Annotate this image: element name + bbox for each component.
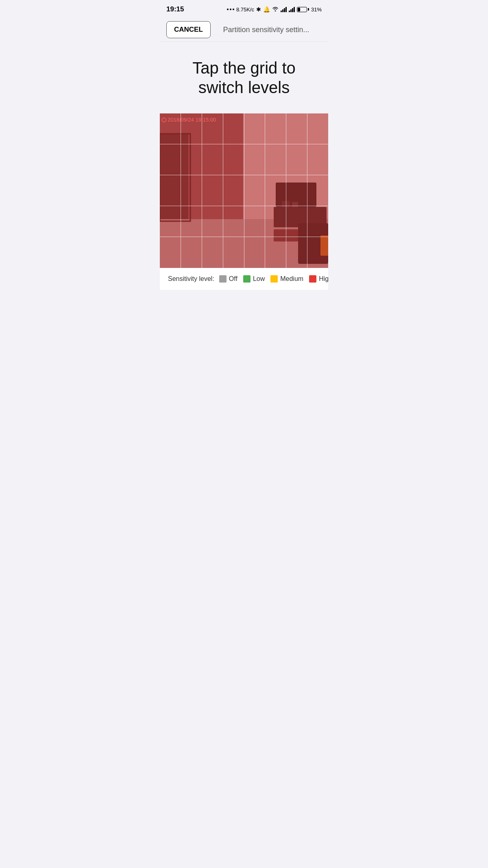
grid-cell[interactable] — [181, 237, 202, 268]
grid-cell[interactable] — [286, 113, 307, 144]
grid-cell[interactable] — [202, 206, 223, 237]
status-bar: 19:15 8.75K/c ✱ 🔔 — [160, 0, 328, 18]
grid-cell[interactable] — [265, 237, 286, 268]
legend-bar: Sensitivity level: Off Low Medium High — [160, 268, 328, 290]
grid-cell[interactable] — [181, 175, 202, 206]
instruction-text: Tap the grid to switch levels — [160, 42, 328, 113]
grid-cell[interactable] — [244, 113, 266, 144]
status-time: 19:15 — [166, 5, 184, 13]
grid-cell[interactable] — [223, 237, 244, 268]
bottom-space — [160, 290, 328, 412]
grid-cell[interactable] — [286, 237, 307, 268]
clock-icon: ◯ — [161, 117, 166, 122]
status-right: 8.75K/c ✱ 🔔 — [227, 6, 322, 13]
grid-cell[interactable] — [160, 237, 181, 268]
grid-cell[interactable] — [307, 144, 328, 175]
grid-cell[interactable] — [202, 175, 223, 206]
camera-timestamp: ◯ 2018/09/24 19:15:00 — [161, 117, 216, 123]
battery-percent: 31% — [311, 7, 322, 13]
grid-cell[interactable] — [223, 113, 244, 144]
grid-row — [160, 237, 328, 268]
wifi-icon — [272, 6, 279, 13]
grid-cell[interactable] — [286, 144, 307, 175]
grid-cell[interactable] — [265, 206, 286, 237]
network-dots — [227, 9, 234, 10]
grid-cell[interactable] — [181, 206, 202, 237]
grid-cell[interactable] — [244, 237, 266, 268]
grid-cell[interactable] — [286, 175, 307, 206]
grid-cell[interactable] — [265, 175, 286, 206]
grid-cell[interactable] — [244, 175, 266, 206]
grid-cell[interactable] — [181, 144, 202, 175]
high-label: High — [319, 275, 328, 283]
grid-cell[interactable] — [265, 113, 286, 144]
grid-row — [160, 175, 328, 206]
grid-cell[interactable] — [244, 206, 266, 237]
grid-cell[interactable] — [223, 206, 244, 237]
cancel-button[interactable]: CANCEL — [166, 21, 211, 38]
off-label: Off — [229, 275, 237, 283]
grid-cell[interactable] — [307, 237, 328, 268]
main-content: Tap the grid to switch levels — [160, 42, 328, 412]
high-color-box — [309, 275, 316, 283]
medium-color-box — [270, 275, 278, 283]
grid-row — [160, 144, 328, 175]
notification-icon: 🔔 — [263, 6, 270, 13]
legend-medium: Medium — [270, 275, 303, 283]
legend-low: Low — [243, 275, 265, 283]
legend-label: Sensitivity level: — [168, 275, 214, 283]
medium-label: Medium — [280, 275, 303, 283]
off-color-box — [219, 275, 227, 283]
grid-cell[interactable] — [202, 237, 223, 268]
camera-container: ◯ 2018/09/24 19:15:00 — [160, 113, 328, 268]
grid-cell[interactable] — [160, 144, 181, 175]
grid-cell[interactable] — [307, 113, 328, 144]
grid-cell[interactable] — [223, 144, 244, 175]
grid-cell[interactable] — [286, 206, 307, 237]
legend-off: Off — [219, 275, 237, 283]
legend-high: High — [309, 275, 328, 283]
grid-cell[interactable] — [160, 206, 181, 237]
grid-row — [160, 206, 328, 237]
battery-icon — [297, 7, 309, 12]
grid-cell[interactable] — [307, 175, 328, 206]
low-label: Low — [253, 275, 265, 283]
signal-icon-2 — [289, 7, 295, 12]
sensitivity-grid[interactable] — [160, 113, 328, 268]
grid-cell[interactable] — [244, 144, 266, 175]
grid-cell[interactable] — [223, 175, 244, 206]
network-speed: 8.75K/c — [236, 7, 254, 13]
grid-cell[interactable] — [265, 144, 286, 175]
low-color-box — [243, 275, 251, 283]
nav-bar: CANCEL Partition sensitivity settin... — [160, 18, 328, 42]
signal-icon-1 — [281, 7, 287, 12]
grid-cell[interactable] — [202, 144, 223, 175]
grid-cell[interactable] — [307, 206, 328, 237]
bluetooth-icon: ✱ — [256, 6, 261, 13]
grid-cell[interactable] — [160, 175, 181, 206]
nav-title: Partition sensitivity settin... — [211, 26, 322, 34]
